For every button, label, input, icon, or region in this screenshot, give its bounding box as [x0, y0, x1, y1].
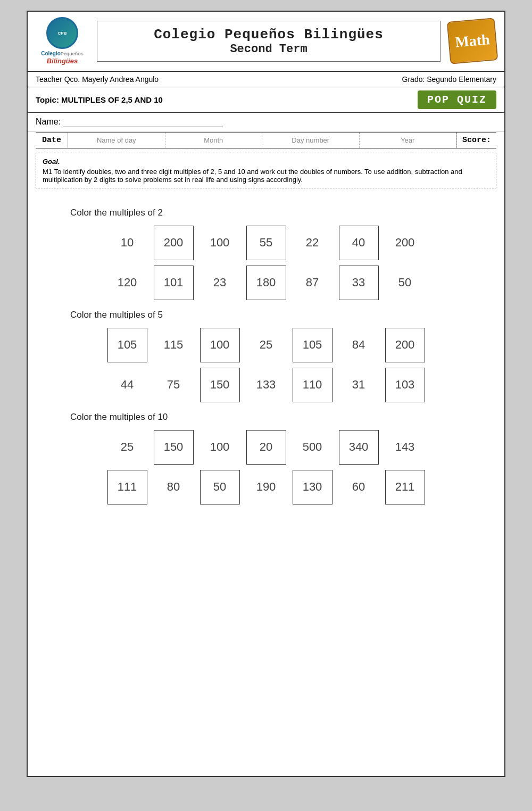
name-input-line[interactable] [63, 117, 223, 127]
num-80: 80 [154, 470, 194, 504]
goal-title: Goal. [43, 158, 489, 165]
goal-box: Goal. M1 To identify doubles, two and th… [36, 153, 496, 188]
name-of-day-field[interactable]: Name of day [68, 133, 165, 148]
num-33: 33 [339, 266, 379, 300]
topic-row: Topic: MULTIPLES OF 2,5 AND 10 POP QUIZ [28, 87, 504, 113]
num-143: 143 [385, 430, 425, 465]
num-133: 133 [246, 368, 286, 402]
num-100b: 100 [200, 328, 240, 362]
pop-quiz-label: POP QUIZ [427, 94, 487, 106]
header: CPB ColegioPequeños Bilingües Colegio Pe… [28, 12, 504, 72]
num-50a: 50 [385, 266, 425, 300]
num-87: 87 [293, 266, 332, 300]
num-22: 22 [293, 226, 332, 260]
day-number-field[interactable]: Day number [262, 133, 360, 148]
section-title-3: Color the multiples of 10 [70, 412, 494, 423]
num-340: 340 [339, 430, 379, 465]
num-25a: 25 [246, 328, 286, 362]
info-row: Teacher Qco. Mayerly Andrea Angulo Grado… [28, 72, 504, 87]
math-logo: Math [447, 18, 498, 65]
num-20: 20 [246, 430, 286, 465]
num-150b: 150 [154, 430, 194, 465]
section-title-2: Color the multiples of 5 [70, 310, 494, 320]
multiples-5-row-1: 105 115 100 25 105 84 200 [38, 328, 494, 362]
num-50b: 50 [200, 470, 240, 504]
multiples-2-row-2: 120 101 23 180 87 33 50 [38, 266, 494, 300]
num-55: 55 [246, 226, 286, 260]
page: CPB ColegioPequeños Bilingües Colegio Pe… [27, 11, 505, 777]
name-label: Name: [36, 117, 61, 126]
name-row: Name: [28, 113, 504, 132]
num-44: 44 [107, 368, 147, 402]
num-190: 190 [246, 470, 286, 504]
term: Second Term [108, 43, 429, 56]
num-25b: 25 [107, 430, 147, 465]
multiples-2-row-1: 10 200 100 55 22 40 200 [38, 226, 494, 260]
num-211: 211 [385, 470, 425, 504]
num-101: 101 [154, 266, 194, 300]
score-label: Score: [456, 133, 496, 148]
content: Color the multiples of 2 10 200 100 55 2… [28, 193, 504, 520]
num-110: 110 [293, 368, 332, 402]
num-40: 40 [339, 226, 379, 260]
year-field[interactable]: Year [360, 133, 457, 148]
multiples-10-row-1: 25 150 100 20 500 340 143 [38, 430, 494, 465]
num-200a: 200 [154, 226, 194, 260]
grado-label: Grado: Segundo Elementary [402, 75, 496, 84]
teacher-label: Teacher Qco. Mayerly Andrea Angulo [36, 75, 159, 84]
logo-circle: CPB [46, 17, 78, 49]
num-120: 120 [107, 266, 147, 300]
num-100c: 100 [200, 430, 240, 465]
num-100a: 100 [200, 226, 240, 260]
topic-label: Topic: MULTIPLES OF 2,5 AND 10 [36, 95, 163, 104]
num-200b: 200 [385, 226, 425, 260]
num-84: 84 [339, 328, 379, 362]
school-name: Colegio Pequeños Bilingües [108, 27, 429, 43]
pop-quiz-badge: POP QUIZ [418, 90, 496, 109]
num-31: 31 [339, 368, 379, 402]
num-111: 111 [107, 470, 147, 504]
num-105a: 105 [107, 328, 147, 362]
num-150a: 150 [200, 368, 240, 402]
num-23: 23 [200, 266, 240, 300]
num-105b: 105 [293, 328, 332, 362]
num-500: 500 [293, 430, 332, 465]
num-103: 103 [385, 368, 425, 402]
num-115: 115 [154, 328, 194, 362]
num-75: 75 [154, 368, 194, 402]
multiples-10-row-2: 111 80 50 190 130 60 211 [38, 470, 494, 504]
goal-text: M1 To identify doubles, two and three di… [43, 168, 489, 184]
school-logo: CPB ColegioPequeños Bilingües [36, 17, 89, 65]
math-label: Math [454, 31, 491, 52]
section-title-1: Color the multiples of 2 [70, 208, 494, 218]
month-field[interactable]: Month [165, 133, 263, 148]
num-60: 60 [339, 470, 379, 504]
num-180: 180 [246, 266, 286, 300]
multiples-5-row-2: 44 75 150 133 110 31 103 [38, 368, 494, 402]
num-10: 10 [107, 226, 147, 260]
date-label: Date [36, 133, 68, 148]
num-200c: 200 [385, 328, 425, 362]
date-row: Date Name of day Month Day number Year S… [36, 132, 496, 148]
header-title-box: Colegio Pequeños Bilingües Second Term [97, 21, 440, 62]
num-130: 130 [293, 470, 332, 504]
